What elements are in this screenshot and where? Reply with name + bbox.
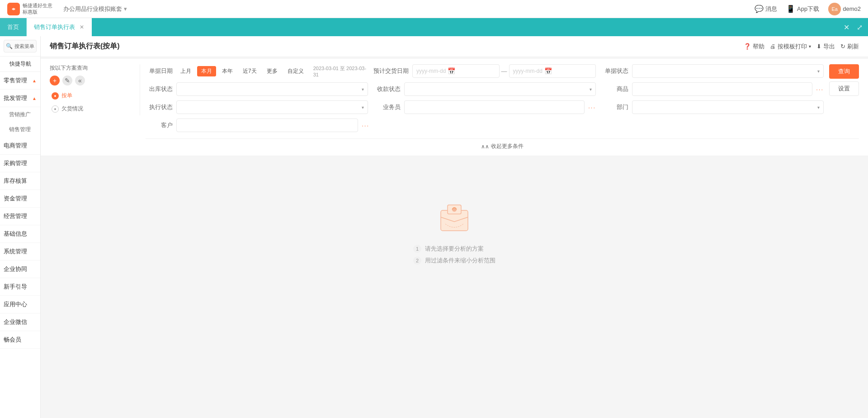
- date-last-7[interactable]: 近7天: [239, 66, 261, 76]
- dept-dropdown[interactable]: ▾: [632, 100, 824, 114]
- chevron-up-icon: ▲: [32, 96, 37, 101]
- scheme-by-debt[interactable]: ● 欠货情况: [50, 102, 134, 115]
- filter-row-2: 出库状态 ▾ 收款状态: [146, 82, 824, 96]
- sidebar-item-basics[interactable]: 基础信息: [0, 225, 40, 243]
- collapse-btn[interactable]: ∧∧ 收起更多条件: [146, 138, 859, 150]
- collapse-icon: ∧∧: [481, 143, 489, 150]
- query-button[interactable]: 查询: [829, 64, 859, 79]
- tab-home[interactable]: 首页: [0, 18, 27, 36]
- calendar-end-icon[interactable]: 📅: [544, 67, 552, 75]
- status-label: 单据状态: [601, 67, 628, 75]
- tab-sales-order[interactable]: 销售订单执行表 ✕: [27, 18, 92, 36]
- product-more-icon[interactable]: ···: [816, 86, 824, 93]
- salesperson-group: 业务员 ···: [373, 100, 596, 114]
- edit-scheme-btn[interactable]: ✎: [62, 76, 72, 86]
- action-buttons: 查询 设置: [829, 64, 859, 96]
- dept-group: 部门 ▾: [601, 100, 824, 114]
- delivery-status-dropdown[interactable]: ▾: [176, 82, 368, 96]
- settings-button[interactable]: 设置: [829, 81, 859, 96]
- status-dropdown[interactable]: ▾: [632, 64, 824, 78]
- scheme-active-dot: ●: [52, 92, 59, 100]
- collapse-scheme-btn[interactable]: «: [75, 76, 85, 86]
- salesperson-more-icon[interactable]: ···: [588, 104, 596, 111]
- sidebar-item-retail[interactable]: 零售管理 ▲: [0, 72, 40, 90]
- customer-more-icon[interactable]: ···: [362, 122, 369, 129]
- sidebar: 🔍 搜索菜单 快捷导航 零售管理 ▲ 批发管理 ▲ 营销推广 销售管理 电商管理…: [0, 36, 41, 418]
- salesperson-label: 业务员: [373, 103, 401, 111]
- breadcrumb[interactable]: 办公用品行业模拟账套 ▾: [63, 5, 127, 13]
- empty-step-1: 1 请先选择要分析的方案: [413, 245, 495, 253]
- help-icon: ❓: [744, 43, 751, 50]
- scheme-by-order[interactable]: ● 按单: [50, 89, 134, 102]
- calendar-start-icon[interactable]: 📅: [448, 67, 455, 75]
- export-icon: ⬇: [816, 43, 821, 50]
- filter-sidebar-actions: + ✎ «: [50, 76, 134, 86]
- filter-sidebar: 按以下方案查询 + ✎ «: [50, 64, 140, 115]
- sidebar-item-enterprise[interactable]: 企业协同: [0, 261, 40, 278]
- refresh-icon: ↻: [840, 43, 845, 50]
- tab-close-icon[interactable]: ✕: [80, 24, 84, 30]
- add-scheme-btn[interactable]: +: [50, 76, 60, 86]
- print-btn[interactable]: 🖨 按模板打印 ▾: [770, 43, 811, 51]
- dept-label: 部门: [601, 103, 628, 111]
- sidebar-item-newbie[interactable]: 新手引导: [0, 278, 40, 296]
- customer-input[interactable]: [176, 119, 358, 132]
- user-menu[interactable]: Ea demo2: [828, 3, 861, 15]
- page-title: 销售订单执行表(按单): [50, 42, 120, 51]
- chevron-down-icon: ▾: [362, 87, 364, 92]
- sidebar-item-purchase[interactable]: 采购管理: [0, 155, 40, 172]
- sidebar-item-marketing[interactable]: 营销推广: [0, 107, 40, 122]
- date-this-month[interactable]: 本月: [197, 66, 216, 76]
- sidebar-item-wechat[interactable]: 企业微信: [0, 314, 40, 331]
- help-btn[interactable]: ❓ 帮助: [744, 43, 764, 51]
- empty-state: 1 请先选择要分析的方案 2 用过滤条件来缩小分析范围: [41, 156, 868, 301]
- sidebar-item-sales-mgmt[interactable]: 销售管理: [0, 122, 40, 137]
- sidebar-item-system[interactable]: 系统管理: [0, 243, 40, 261]
- sidebar-item-operations[interactable]: 经营管理: [0, 208, 40, 225]
- sidebar-item-app-center[interactable]: 应用中心: [0, 296, 40, 314]
- delivery-status-label: 出库状态: [146, 85, 173, 93]
- content-inner: 销售订单执行表(按单) ❓ 帮助 🖨 按模板打印 ▾ ⬇: [41, 36, 868, 418]
- product-input[interactable]: [632, 82, 812, 96]
- status-group: 单据状态 ▾: [601, 64, 824, 78]
- step-1-number: 1: [413, 245, 421, 253]
- salesperson-input[interactable]: [404, 100, 585, 114]
- sidebar-item-inventory[interactable]: 库存核算: [0, 172, 40, 190]
- delivery-date-end[interactable]: yyyy-mm-dd 📅: [509, 64, 596, 78]
- payment-status-label: 收款状态: [373, 85, 401, 93]
- sidebar-item-member[interactable]: 畅会员: [0, 331, 40, 349]
- message-icon: 💬: [755, 5, 764, 13]
- product-label: 商品: [601, 85, 628, 93]
- tab-expand-btn[interactable]: ⤢: [855, 21, 864, 33]
- print-dropdown-icon: ▾: [809, 44, 811, 49]
- header-right: 💬 消息 📱 App下载 Ea demo2: [755, 3, 861, 15]
- scheme-inactive-dot: ●: [52, 105, 59, 113]
- app-download-btn[interactable]: 📱 App下载: [786, 5, 819, 13]
- filter-main: 单据日期 上月 本月 本年 近7天 更多 自定义: [146, 64, 859, 150]
- exec-status-group: 执行状态 ▾: [146, 100, 368, 114]
- chevron-down-icon: ▾: [817, 69, 820, 74]
- delivery-date-group: 预计交货日期 yyyy-mm-dd 📅 —: [373, 64, 596, 78]
- sidebar-item-wholesale[interactable]: 批发管理 ▲: [0, 90, 40, 107]
- tab-close-window-btn[interactable]: ✕: [842, 21, 851, 33]
- date-more[interactable]: 更多: [263, 66, 282, 76]
- filter-layout: 按以下方案查询 + ✎ «: [50, 64, 859, 150]
- app-download-icon: 📱: [786, 5, 795, 13]
- filter-sidebar-title: 按以下方案查询: [50, 64, 134, 72]
- sidebar-item-finance[interactable]: 资金管理: [0, 190, 40, 208]
- sidebar-item-shortcut[interactable]: 快捷导航: [0, 57, 40, 72]
- content: 销售订单执行表(按单) ❓ 帮助 🖨 按模板打印 ▾ ⬇: [41, 36, 868, 418]
- avatar: Ea: [828, 3, 841, 15]
- message-btn[interactable]: 💬 消息: [755, 5, 777, 13]
- exec-status-dropdown[interactable]: ▾: [176, 100, 368, 114]
- date-this-year[interactable]: 本年: [218, 66, 237, 76]
- search-icon: 🔍: [6, 43, 13, 49]
- refresh-btn[interactable]: ↻ 刷新: [840, 43, 859, 51]
- delivery-date-start[interactable]: yyyy-mm-dd 📅: [412, 64, 500, 78]
- sidebar-item-ecommerce[interactable]: 电商管理: [0, 137, 40, 155]
- export-btn[interactable]: ⬇ 导出: [816, 43, 835, 51]
- payment-status-dropdown[interactable]: ▾: [404, 82, 596, 96]
- date-last-month[interactable]: 上月: [176, 66, 195, 76]
- date-custom[interactable]: 自定义: [283, 66, 308, 76]
- search-menu-btn[interactable]: 🔍 搜索菜单: [4, 40, 37, 52]
